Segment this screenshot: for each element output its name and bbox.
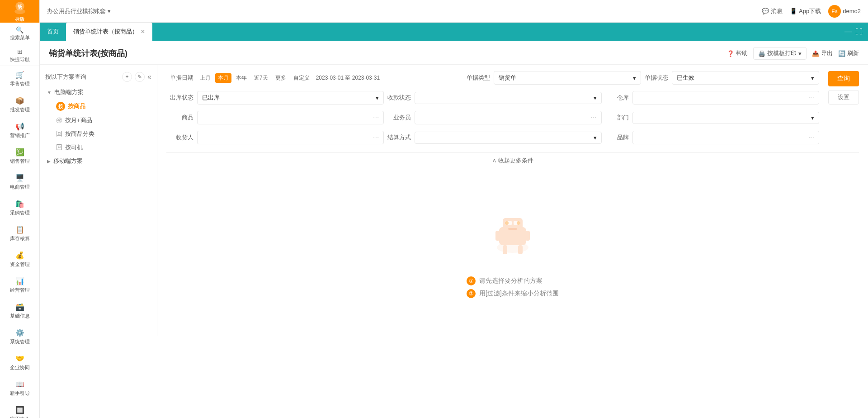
export-button[interactable]: 📤 导出 (812, 49, 833, 57)
refresh-icon: 🔄 (838, 50, 845, 57)
filter-row-3: 商品 ··· 业务员 (166, 111, 819, 124)
user-profile[interactable]: Ea demo2 (828, 5, 861, 18)
message-button[interactable]: 💬 消息 (762, 7, 783, 15)
tree-pc-section[interactable]: ▼ 电脑端方案 (40, 86, 157, 99)
doc-type-select[interactable]: 销货单 ▾ (494, 71, 641, 85)
goods-dots-icon[interactable]: ··· (373, 114, 379, 122)
sidebar-item-finance[interactable]: 💰 资金管理 (0, 247, 39, 272)
goods-input[interactable]: ··· (197, 111, 384, 124)
tab-maximize-button[interactable]: ⛶ (855, 28, 863, 36)
date-tab-this-year[interactable]: 本年 (233, 73, 250, 83)
receiver-dots-icon[interactable]: ··· (373, 133, 379, 142)
sidebar-item-sales[interactable]: 💹 销售管理 (0, 143, 39, 169)
date-tab-this-month[interactable]: 本月 (215, 73, 231, 83)
warehouse-dots-icon[interactable]: ··· (808, 94, 814, 102)
tab-home[interactable]: 首页 (40, 23, 66, 41)
collect-status-label: 收款状态 (384, 94, 411, 102)
purchase-icon: 🛍️ (15, 200, 24, 208)
tree-item-by-goods[interactable]: 按 按商品 (47, 99, 157, 114)
date-tab-more[interactable]: 更多 (273, 73, 289, 83)
basic-icon: 🗃️ (15, 303, 24, 311)
sidebar-item-newbie[interactable]: 📖 新手引导 (0, 375, 39, 401)
doc-type-label: 单据类型 (463, 74, 490, 82)
collect-status-select[interactable]: ▾ (415, 92, 601, 104)
download-icon: 📱 (790, 8, 797, 14)
out-status-select[interactable]: 已出库 ▾ (197, 91, 384, 104)
sidebar-item-ecommerce[interactable]: 🖥️ 电商管理 (0, 169, 39, 195)
filter-brand: 品牌 ··· (602, 131, 819, 144)
user-name: demo2 (843, 8, 861, 14)
add-scheme-button[interactable]: + (122, 72, 132, 82)
brand-dots-icon[interactable]: ··· (808, 133, 814, 142)
filter-goods: 商品 ··· (166, 111, 384, 124)
tip-2-num: ② (467, 289, 476, 298)
cooperation-icon: 🤝 (15, 354, 24, 363)
warehouse-input[interactable]: ··· (632, 91, 819, 104)
dept-select[interactable]: ▾ (632, 112, 819, 124)
sidebar-item-app-center[interactable]: 🔲 应用中心 (0, 401, 39, 418)
sidebar-logo-text: 标版 (15, 16, 25, 23)
query-button[interactable]: 查询 (828, 71, 859, 86)
tab-minimize-button[interactable]: — (844, 28, 852, 36)
main-area: 办公用品行业模拟账套 ▾ 💬 消息 📱 App下载 Ea demo2 首页 销货… (40, 0, 868, 418)
help-button[interactable]: ❓ 帮助 (727, 49, 748, 57)
receiver-input[interactable]: ··· (197, 131, 384, 144)
brand-input[interactable]: ··· (632, 131, 819, 144)
avatar: Ea (828, 5, 841, 18)
edit-scheme-button[interactable]: ✎ (135, 72, 145, 82)
sidebar-item-retail[interactable]: 🛒 零售管理 (0, 66, 39, 92)
svg-text:畅: 畅 (18, 4, 22, 9)
page-actions: ❓ 帮助 🖨️ 按模板打印 ▾ 📤 导出 🔄 刷新 (727, 47, 859, 60)
out-status-arrow-icon: ▾ (376, 95, 379, 101)
sidebar-item-cooperation[interactable]: 🤝 企业协同 (0, 350, 39, 375)
finance-icon: 💰 (15, 251, 24, 260)
doc-status-select[interactable]: 已生效 ▾ (672, 71, 819, 85)
topbar-right: 💬 消息 📱 App下载 Ea demo2 (762, 5, 861, 18)
app-title-dropdown[interactable]: 办公用品行业模拟账套 ▾ (47, 7, 111, 15)
right-area: 单据日期 上月 本月 本年 近7天 更多 自定义 (157, 65, 868, 336)
salesman-dots-icon[interactable]: ··· (590, 114, 596, 122)
sidebar-item-operations[interactable]: 📊 经营管理 (0, 272, 39, 298)
top-actions-row: 单据日期 上月 本月 本年 近7天 更多 自定义 (166, 71, 859, 151)
sidebar-item-wholesale[interactable]: 📦 批发管理 (0, 92, 39, 118)
sidebar-item-marketing[interactable]: 📢 营销推广 (0, 118, 39, 143)
filter-settle: 结算方式 ▾ (384, 132, 601, 144)
svg-rect-8 (508, 228, 517, 230)
sidebar-item-basic[interactable]: 🗃️ 基础信息 (0, 298, 39, 324)
app-center-icon: 🔲 (15, 406, 24, 414)
tab-close-icon[interactable]: ✕ (141, 28, 145, 35)
collapse-more-button[interactable]: ∧ 收起更多条件 (166, 152, 859, 168)
ecommerce-label: 电商管理 (10, 184, 30, 190)
sidebar-quick-nav[interactable]: ⊞ 快捷导航 (0, 45, 39, 66)
left-panel: 按以下方案查询 + ✎ « ▼ (40, 65, 157, 336)
filter-receiver: 收货人 ··· (166, 131, 384, 144)
sidebar-item-system[interactable]: ⚙️ 系统管理 (0, 324, 39, 350)
tree-item-by-month-goods[interactable]: ㊗ 按月+商品 (47, 114, 157, 127)
date-range-value: 2023-03-01 至 2023-03-31 (316, 74, 380, 82)
date-tab-prev-month[interactable]: 上月 (197, 73, 213, 83)
print-icon: 🖨️ (758, 50, 765, 57)
sidebar-item-purchase[interactable]: 🛍️ 采购管理 (0, 195, 39, 221)
sidebar-item-inventory[interactable]: 📋 库存核算 (0, 221, 39, 247)
print-button[interactable]: 🖨️ 按模板打印 ▾ (753, 47, 807, 60)
app-download-button[interactable]: 📱 App下载 (790, 7, 821, 15)
date-tab-custom[interactable]: 自定义 (291, 73, 312, 83)
sidebar: 畅 标版 🔍 搜索菜单 ⊞ 快捷导航 🛒 零售管理 📦 批发管理 📢 营销推广 … (0, 0, 40, 418)
settings-button[interactable]: 设置 (828, 90, 859, 104)
salesman-input[interactable]: ··· (415, 111, 601, 124)
filter-row-4: 收货人 ··· 结算方式 (166, 131, 819, 144)
goods-label: 商品 (166, 114, 193, 122)
finance-label: 资金管理 (10, 261, 30, 268)
tree-mobile-section[interactable]: ▶ 移动端方案 (40, 154, 157, 168)
settle-label: 结算方式 (384, 133, 411, 142)
tree-item-by-category-label: 按商品分类 (65, 130, 94, 138)
collapse-panel-button[interactable]: « (147, 73, 151, 81)
sidebar-search-menu[interactable]: 🔍 搜索菜单 (0, 23, 39, 45)
tree-item-by-company[interactable]: 回 按司机 (47, 141, 157, 154)
refresh-button[interactable]: 🔄 刷新 (838, 49, 859, 57)
settle-select[interactable]: ▾ (415, 132, 601, 144)
date-tab-7days[interactable]: 近7天 (251, 73, 271, 83)
tab-report[interactable]: 销货单统计表（按商品） ✕ (66, 23, 152, 41)
tree-item-by-category[interactable]: 回 按商品分类 (47, 127, 157, 141)
date-label: 单据日期 (166, 74, 193, 82)
